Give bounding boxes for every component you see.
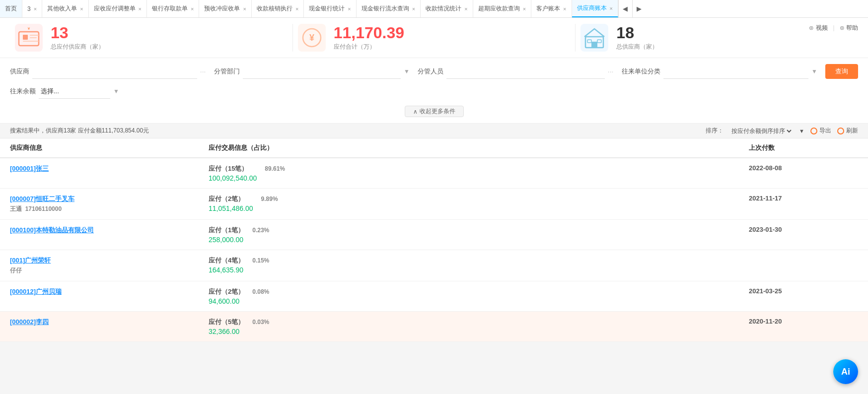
department-label: 分管部门	[214, 67, 240, 76]
payable-suppliers-count: 13	[51, 25, 104, 41]
stats-bar: ¥ 13 总应付供应商（家） ¥ 11,170.39 应付合计（万）	[0, 18, 868, 58]
person-dots[interactable]: ···	[608, 67, 614, 75]
tab-3[interactable]: 3 ×	[22, 0, 42, 17]
svg-rect-12	[591, 42, 597, 48]
tab-cash-bank-stats[interactable]: 现金银行统计 ×	[304, 0, 356, 17]
close-icon[interactable]: ×	[412, 6, 415, 12]
query-button[interactable]: 查询	[825, 64, 858, 79]
supplier-input[interactable]	[32, 64, 197, 79]
supplier-name[interactable]: [000001]张三	[10, 164, 209, 173]
balance-label: 往来余额	[10, 87, 36, 96]
tab-customer-ledger[interactable]: 客户账本 ×	[531, 0, 572, 17]
balance-chevron-icon[interactable]: ▼	[113, 88, 119, 95]
txn-label: 应付（15笔）	[209, 164, 257, 173]
txn-pct: 0.23%	[252, 227, 269, 234]
stat-payable-amount: ¥ 11,170.39 应付合计（万）	[293, 24, 576, 52]
txn-amount: 32,366.00	[209, 328, 244, 335]
tab-other-income[interactable]: 其他收入单 ×	[42, 0, 88, 17]
sort-label: 排序：	[706, 127, 723, 135]
filter-balance: 往来余额 选择... ▼	[10, 84, 119, 99]
txn-amount: 11,051,486.00	[209, 204, 253, 212]
tab-prepayment[interactable]: 预收冲应收单 ×	[199, 0, 251, 17]
video-link[interactable]: ⊙ 视频	[809, 24, 827, 32]
table-row[interactable]: [000001]张三 应付（15笔） 100,092,540.00 89.61%…	[0, 158, 868, 189]
table-row[interactable]: [000100]本特勒油品有限公司 应付（1笔） 258,000.00 0.23…	[0, 220, 868, 250]
department-input[interactable]	[243, 64, 401, 79]
txn-amount: 94,600.00	[209, 297, 244, 305]
total-suppliers-label: 总供应商（家）	[616, 43, 658, 51]
close-icon[interactable]: ×	[243, 6, 246, 12]
txn-label: 应付（2笔）	[209, 195, 253, 203]
balance-select[interactable]: 选择...	[39, 84, 110, 99]
export-radio-icon	[810, 128, 817, 134]
svg-rect-3	[30, 35, 39, 36]
supplier-name[interactable]: [001]广州荣轩	[10, 256, 209, 265]
stat-payable-suppliers: ¥ 13 总应付供应商（家）	[10, 24, 293, 52]
table-row[interactable]: [000012]广州贝瑞 应付（2笔） 94,600.00 0.08% 2021…	[0, 281, 868, 312]
close-icon[interactable]: ×	[464, 6, 467, 12]
supplier-name[interactable]: [000007]恒旺二手叉车	[10, 195, 209, 203]
last-payment-date: 2021-11-17	[749, 195, 782, 202]
category-input[interactable]	[663, 64, 809, 79]
col-header-transaction: 应付交易信息（占比）	[209, 143, 749, 152]
filter-supplier: 供应商 ···	[10, 64, 206, 79]
col-header-last-payment: 上次付数	[749, 143, 858, 152]
table-row[interactable]: [000007]恒旺二手叉车 王通 17106110000 应付（2笔） 11,…	[0, 189, 868, 220]
supplier-dots[interactable]: ···	[200, 67, 206, 75]
close-icon[interactable]: ×	[80, 6, 83, 12]
collapse-button[interactable]: ∧ 收起更多条件	[405, 106, 464, 117]
supplier-name[interactable]: [000002]李四	[10, 318, 209, 327]
tab-bank-deposit[interactable]: 银行存取款单 ×	[147, 0, 199, 17]
nav-right-arrow[interactable]: ▶	[632, 0, 646, 18]
result-summary: 搜索结果中，供应商13家 应付金额111,703,854.00元	[10, 127, 149, 135]
export-button[interactable]: 导出	[810, 127, 831, 135]
txn-pct: 0.03%	[252, 319, 269, 326]
close-icon[interactable]: ×	[139, 6, 142, 12]
txn-label: 应付（5笔）	[209, 318, 244, 327]
tab-cash-bank-flow[interactable]: 现金银行流水查询 ×	[357, 0, 421, 17]
filter-department: 分管部门 ▼	[214, 64, 410, 79]
category-chevron-icon[interactable]: ▼	[811, 68, 817, 75]
filter-category: 往来单位分类 ▼	[622, 64, 818, 79]
tab-ar-ap-adjust[interactable]: 应收应付调整单 ×	[89, 0, 147, 17]
svg-text:¥: ¥	[27, 26, 30, 31]
close-icon[interactable]: ×	[191, 6, 194, 12]
result-bar-right: 排序： 按应付余额倒序排序 ▼ 导出 刷新	[706, 127, 858, 135]
supplier-name[interactable]: [000100]本特勒油品有限公司	[10, 226, 209, 235]
table-row[interactable]: [000002]李四 应付（5笔） 32,366.00 0.03% 2020-1…	[0, 312, 868, 342]
col-header-supplier: 供应商信息	[10, 143, 209, 152]
top-right-links: ⊙ 视频 ｜ ⊙ 帮助	[809, 24, 858, 32]
last-payment-date: 2020-11-20	[749, 318, 782, 325]
svg-rect-4	[30, 37, 37, 38]
help-link[interactable]: ⊙ 帮助	[840, 24, 858, 32]
sort-select[interactable]: 按应付余额倒序排序	[729, 127, 793, 135]
close-icon[interactable]: ×	[523, 6, 526, 12]
tab-collection[interactable]: 收款核销执行 ×	[252, 0, 304, 17]
nav-left-arrow[interactable]: ◀	[618, 0, 632, 18]
money-icon: ¥	[298, 24, 326, 52]
filter-row-1: 供应商 ··· 分管部门 ▼ 分管人员 ··· 往来单位分类 ▼ 查询	[10, 64, 858, 79]
supplier-name[interactable]: [000012]广州贝瑞	[10, 287, 209, 296]
close-icon[interactable]: ×	[295, 6, 298, 12]
department-chevron-icon[interactable]: ▼	[404, 68, 410, 75]
close-icon[interactable]: ×	[563, 6, 566, 12]
close-icon[interactable]: ×	[610, 5, 613, 11]
tab-overdue-ar[interactable]: 超期应收款查询 ×	[473, 0, 531, 17]
txn-pct: 89.61%	[265, 165, 285, 172]
person-input[interactable]	[446, 64, 605, 79]
result-bar: 搜索结果中，供应商13家 应付金额111,703,854.00元 排序： 按应付…	[0, 124, 868, 138]
txn-amount: 164,635.90	[209, 266, 244, 274]
top-navigation: 首页 3 × 其他收入单 × 应收应付调整单 × 银行存取款单 × 预收冲应收单…	[0, 0, 868, 18]
filter-row-2: 往来余额 选择... ▼	[10, 84, 119, 99]
tab-home[interactable]: 首页	[0, 0, 22, 17]
tab-collection-stats[interactable]: 收款情况统计 ×	[421, 0, 473, 17]
tab-supplier-ledger[interactable]: 供应商账本 ×	[572, 0, 618, 17]
refresh-button[interactable]: 刷新	[837, 127, 858, 135]
close-icon[interactable]: ×	[348, 6, 351, 12]
svg-text:¥: ¥	[309, 33, 314, 43]
sort-chevron-icon[interactable]: ▼	[799, 128, 804, 134]
close-icon[interactable]: ×	[34, 6, 37, 12]
filter-area: 供应商 ··· 分管部门 ▼ 分管人员 ··· 往来单位分类 ▼ 查询 往来余额	[0, 58, 868, 124]
table-row[interactable]: [001]广州荣轩 仔仔 应付（4笔） 164,635.90 0.15%	[0, 250, 868, 281]
category-label: 往来单位分类	[622, 67, 660, 76]
